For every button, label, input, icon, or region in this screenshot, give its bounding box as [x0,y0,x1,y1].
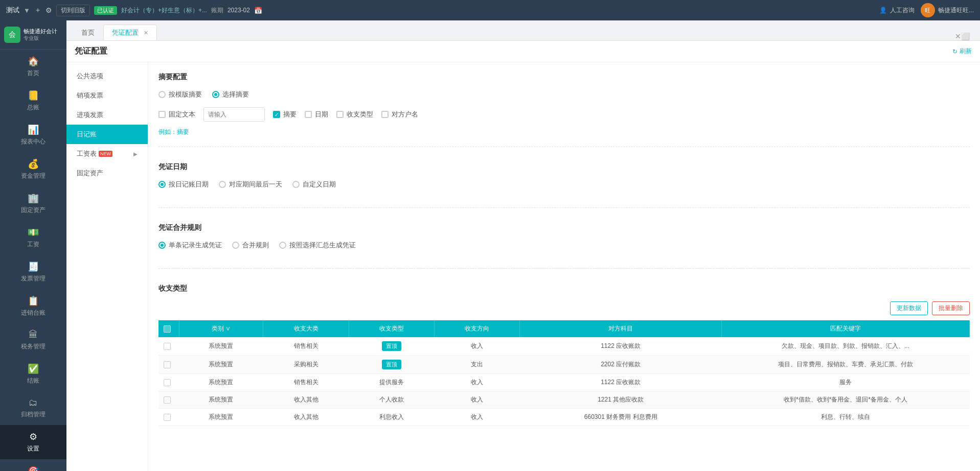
row-keywords: 利息、行转、续自 [721,409,969,426]
row-category: 系统预置 [179,356,263,374]
sidebar-item-label-tax: 税务管理 [21,342,45,351]
user-avatar: 旺 [921,3,935,17]
sidebar-logo: 会 畅捷通好会计 专业版 [0,20,66,50]
logo-text: 畅捷通好会计 专业版 [24,28,57,42]
sidebar: 会 畅捷通好会计 专业版 🏠首页📒总账📊报表中心💰资金管理🏢固定资产💵工资🧾发票… [0,20,66,471]
update-data-btn[interactable]: 更新数据 [890,301,928,315]
radio-summary-gen[interactable]: 按照选择汇总生成凭证 [279,241,356,250]
salary-icon: 💵 [28,227,39,238]
radio-merge[interactable]: 合并规则 [232,241,269,250]
merge-radio-group: 单条记录生成凭证 合并规则 按照选择汇总生成凭证 [158,241,970,250]
sidebar-item-asset[interactable]: 🏢固定资产 [0,186,66,221]
tab-voucher-close[interactable]: ✕ [144,30,148,36]
th-type: 收支类型 [349,320,434,337]
close-icon: ✅ [28,363,39,374]
sidebar-item-close[interactable]: ✅结账 [0,357,66,391]
left-nav-journal[interactable]: 日记账 [66,125,148,144]
sidebar-item-settings[interactable]: ⚙设置 [0,425,66,459]
radio-single[interactable]: 单条记录生成凭证 [158,241,222,250]
left-nav-fixed-assets[interactable]: 固定资产 [66,163,148,183]
sidebar-item-label-ledger: 总账 [27,103,39,112]
radio-select[interactable]: 选择摘要 [212,90,249,99]
tab-home[interactable]: 首页 [73,25,103,40]
date-title: 凭证日期 [158,162,970,172]
archive-icon: 🗂 [29,397,38,408]
row-direction: 支出 [435,356,520,374]
radio-summary-gen-circle [279,242,286,249]
radio-single-circle [158,242,166,249]
row-category: 系统预置 [179,391,263,409]
cb-summary[interactable]: ✓ 摘要 [273,110,297,119]
sidebar-item-finance[interactable]: 💰资金管理 [0,152,66,186]
sidebar-item-salary[interactable]: 💵工资 [0,221,66,255]
sidebar-item-label-finance: 资金管理 [21,172,45,180]
top-bar: 测试 ▼ ＋ ⚙ 切到旧版 已认证 好会计（专）+好生意（标）+... 账期 2… [0,0,980,20]
left-nav-sales-inv[interactable]: 销项发票 [66,86,148,105]
sidebar-item-purchase[interactable]: 📋进销台账 [0,289,66,323]
row-major: 销售相关 [263,337,349,356]
top-bar-right: 👤 人工咨询 旺 畅捷通旺旺... [879,3,974,17]
row-type: 置顶 [349,337,434,356]
tab-home-label: 首页 [81,29,95,36]
period-label: 账期 [211,6,223,15]
page-header: 凭证配置 ↻ 刷新 [66,41,980,62]
row-keywords: 服务 [721,374,969,391]
type-tag-btn-0[interactable]: 置顶 [382,341,401,351]
left-nav-purchase-inv[interactable]: 进项发票 [66,105,148,125]
radio-last-day[interactable]: 对应期间最后一天 [219,180,282,189]
fixed-text-input[interactable] [203,107,265,122]
close-window-btn[interactable]: ✕ [955,32,961,40]
sidebar-item-ledger[interactable]: 📒总账 [0,84,66,118]
sidebar-item-invoice[interactable]: 🧾发票管理 [0,255,66,289]
dropdown-arrow[interactable]: ▼ [24,7,30,14]
period-value: 2023-02 [227,7,250,14]
support-link[interactable]: 👤 人工咨询 [879,6,915,15]
row-checkbox-4[interactable] [164,414,171,421]
sidebar-item-guide[interactable]: 🎯新手引导 [0,459,66,471]
maximize-window-btn[interactable]: ⬜ [961,32,970,40]
refresh-btn[interactable]: ↻ 刷新 [952,47,972,56]
add-btn[interactable]: ＋ [34,6,41,15]
merge-section: 凭证合并规则 单条记录生成凭证 合并规则 按照选择汇总生成凭证 [158,223,970,269]
switch-version-btn[interactable]: 切到旧版 [56,5,90,16]
row-checkbox-2[interactable] [164,379,171,386]
sidebar-item-archive[interactable]: 🗂归档管理 [0,391,66,425]
table-header: 类别 ∨ 收支大类 收支类型 收支方向 对方科目 匹配关键字 [158,320,970,337]
left-nav: 公共选项 销项发票 进项发票 日记账 工资表 NEW ▶ 固定资产 [66,62,148,471]
left-nav-payroll[interactable]: 工资表 NEW ▶ [66,144,148,163]
row-major: 收入其他 [263,391,349,409]
calendar-icon[interactable]: 📅 [254,7,262,14]
finance-icon: 💰 [28,158,39,170]
row-checkbox-1[interactable] [164,361,171,368]
type-tag-btn-1[interactable]: 置顶 [382,360,401,369]
settings-main: 摘要配置 按模版摘要 选择摘要 [148,62,980,471]
cb-counter-party[interactable]: 对方户名 [381,110,418,119]
sidebar-item-label-salary: 工资 [27,240,39,249]
cb-fixed-text[interactable]: 固定文本 [158,110,195,119]
cb-date[interactable]: 日期 [305,110,328,119]
cb-type[interactable]: 收支类型 [336,110,373,119]
settings-icon[interactable]: ⚙ [45,6,52,14]
sidebar-item-home[interactable]: 🏠首页 [0,50,66,84]
row-checkbox-cell [158,409,179,426]
user-menu[interactable]: 旺 畅捷通旺旺... [921,3,974,17]
row-checkbox-0[interactable] [164,343,171,350]
ledger-icon: 📒 [28,90,39,101]
radio-custom-date[interactable]: 自定义日期 [292,180,336,189]
tab-voucher[interactable]: 凭证配置 ✕ [103,25,157,40]
radio-template[interactable]: 按模版摘要 [158,90,202,99]
income-table-body: 系统预置 销售相关 置顶 收入 1122 应收账款 欠款、现金、项目款、到款、报… [158,337,970,426]
row-keywords: 项目、日常费用、报销款、车费、承兑汇票、付款 [721,356,969,374]
row-checkbox-3[interactable] [164,396,171,404]
select-all-checkbox[interactable] [164,325,171,333]
income-section: 收支类型 更新数据 批量删除 类别 ∨ 收支大类 [158,284,970,436]
table-header-row: 更新数据 批量删除 [158,301,970,315]
page-title: 凭证配置 [75,46,107,57]
sidebar-item-label-archive: 归档管理 [21,410,45,419]
row-type: 置顶 [349,356,434,374]
batch-delete-btn[interactable]: 批量删除 [932,301,970,315]
sidebar-item-report[interactable]: 📊报表中心 [0,118,66,152]
left-nav-public[interactable]: 公共选项 [66,66,148,86]
radio-journal-date[interactable]: 按日记账日期 [158,180,209,189]
sidebar-item-tax[interactable]: 🏛税务管理 [0,323,66,357]
